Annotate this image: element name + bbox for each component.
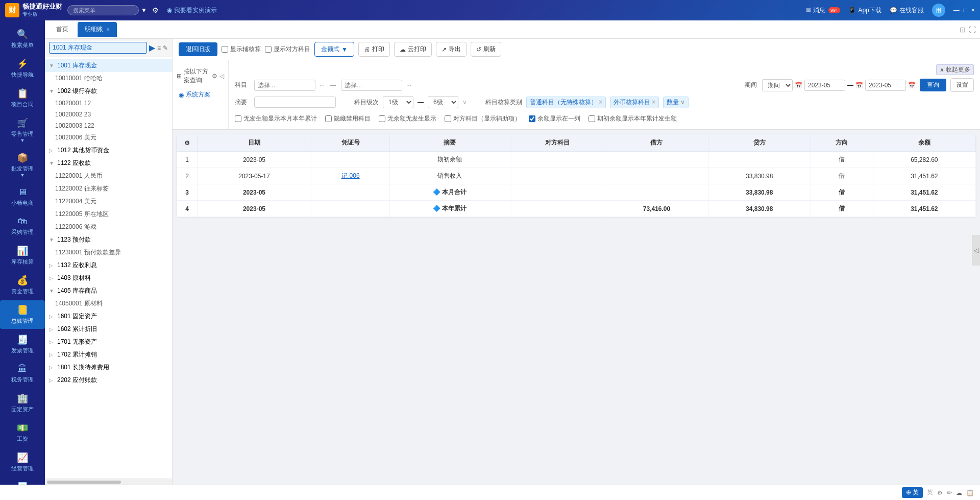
cloud-print-button[interactable]: ☁ 云打印	[394, 42, 432, 57]
category-tag-1[interactable]: 普通科目（无特殊核算） ×	[526, 97, 606, 108]
tree-node-1132[interactable]: ▷ 1132 应收利息	[45, 259, 172, 272]
balance-col-checkbox[interactable]	[529, 115, 535, 122]
tab-detail-ledger[interactable]: 明细账 ×	[78, 22, 117, 37]
sidebar-item-search[interactable]: 🔍 搜索菜单	[0, 25, 45, 53]
selected-account[interactable]: 1001 库存现金	[49, 42, 147, 54]
sidebar-item-operations[interactable]: 📈 经营管理	[0, 448, 45, 477]
tree-node-14050001[interactable]: 14050001 原材料	[45, 297, 172, 310]
tree-node-1001[interactable]: ▼ 1001 库存现金	[45, 59, 172, 72]
tree-node-11220005[interactable]: 11220005 所在地区	[45, 208, 172, 221]
collapse-filter-button[interactable]: ∧ 收起更多	[936, 64, 974, 75]
window-minimize-btn[interactable]: —	[953, 7, 960, 14]
tag-close-icon3[interactable]: ∨	[680, 99, 685, 106]
back-old-version-button[interactable]: 退回旧版	[179, 42, 217, 56]
print-button[interactable]: 🖨 打印	[358, 42, 390, 57]
sidebar-item-wholesale[interactable]: 📦 批发管理 ▼	[0, 148, 45, 182]
tree-node-1601[interactable]: ▷ 1601 固定资产	[45, 310, 172, 323]
sidebar-item-salary[interactable]: 💵 工资	[0, 418, 45, 447]
copy-bottom-icon[interactable]: 📋	[966, 489, 974, 496]
tree-node-1405[interactable]: ▼ 1405 库存商品	[45, 284, 172, 297]
tree-node-11220006[interactable]: 11220006 游戏	[45, 221, 172, 233]
sidebar-item-inventory[interactable]: 📊 库存核算	[0, 241, 45, 270]
level-from-select[interactable]: 1级	[383, 96, 413, 108]
no-amount-checkbox[interactable]	[235, 115, 241, 122]
refresh-button[interactable]: ↺ 刷新	[471, 42, 501, 57]
tree-node-1701[interactable]: ▷ 1701 无形资产	[45, 336, 172, 348]
lang-switch-button[interactable]: ⊕ 英	[902, 487, 923, 498]
show-aux-checkbox[interactable]	[222, 46, 228, 53]
sidebar-item-purchase[interactable]: 🛍 采购管理	[0, 212, 45, 240]
contra-checkbox[interactable]	[445, 115, 451, 122]
tree-node-11220002[interactable]: 11220002 往来标签	[45, 182, 172, 195]
search-dropdown-icon[interactable]: ▼	[141, 7, 147, 14]
col-settings[interactable]: ⚙	[177, 134, 198, 152]
table-settings-icon[interactable]: ⚙	[184, 139, 190, 147]
sidebar-item-tax[interactable]: 🏛 税务管理	[0, 360, 45, 388]
sidebar-item-expense[interactable]: 📃 小畅报销	[0, 478, 45, 485]
summary-input[interactable]	[254, 97, 336, 108]
tree-horizontal-scrollbar[interactable]	[45, 479, 172, 485]
message-button[interactable]: ✉ 消息 99+	[806, 6, 840, 15]
tab-close-icon[interactable]: ×	[106, 26, 110, 33]
tree-node-2202[interactable]: ▷ 2202 应付账款	[45, 374, 172, 387]
period-start-input[interactable]	[804, 80, 845, 91]
collapse-left-icon[interactable]: ◁	[219, 73, 224, 80]
tree-node-1012[interactable]: ▷ 1012 其他货币资金	[45, 144, 172, 157]
period-end-input[interactable]	[865, 80, 906, 91]
period-type-select[interactable]: 期间	[762, 79, 793, 91]
subject-input[interactable]	[254, 80, 315, 91]
tree-node-10010001[interactable]: 10010001 哈哈哈	[45, 72, 172, 85]
row-voucher[interactable]: 记-006	[311, 168, 389, 184]
opening-balance-checkbox[interactable]	[589, 115, 595, 122]
subject-to-input[interactable]	[341, 80, 402, 91]
settings-bottom-icon[interactable]: ⚙	[937, 489, 943, 496]
settings-gear-icon[interactable]: ⚙	[152, 6, 159, 14]
tree-node-1122[interactable]: ▼ 1122 应收款	[45, 157, 172, 170]
tree-node-10020006[interactable]: 10020006 美元	[45, 131, 172, 144]
cloud-bottom-icon[interactable]: ☁	[956, 489, 962, 496]
tag-close-icon[interactable]: ×	[599, 99, 602, 106]
sidebar-item-ledger[interactable]: 📒 总账管理	[0, 300, 45, 329]
format-button[interactable]: 金额式 ▼	[314, 42, 354, 57]
edit-icon[interactable]: ✎	[163, 44, 168, 52]
right-panel-toggle[interactable]: ◁	[972, 235, 980, 266]
tree-node-1403[interactable]: ▷ 1403 原材料	[45, 272, 172, 284]
quantity-tag[interactable]: 数量 ∨	[663, 97, 689, 108]
sidebar-item-quicknav[interactable]: ⚡ 快捷导航	[0, 54, 45, 83]
tree-node-10020003[interactable]: 10020003 122	[45, 120, 172, 131]
no-balance-checkbox[interactable]	[379, 115, 385, 122]
sidebar-item-finance[interactable]: 💰 资金管理	[0, 271, 45, 299]
tree-node-11220004[interactable]: 11220004 美元	[45, 195, 172, 208]
edit-bottom-icon[interactable]: ✏	[947, 489, 952, 496]
show-contra-checkbox[interactable]	[265, 46, 272, 53]
system-scheme-item[interactable]: ◉ 系统方案	[173, 88, 228, 102]
sidebar-item-assets[interactable]: 🏢 固定资产	[0, 389, 45, 417]
window-restore-icon[interactable]: ⊡	[960, 26, 966, 34]
settings-icon[interactable]: ⚙	[212, 73, 217, 80]
query-button[interactable]: 查询	[920, 79, 946, 91]
sidebar-item-invoice[interactable]: 🧾 发票管理	[0, 330, 45, 359]
app-download-button[interactable]: 📱 App下载	[848, 6, 881, 15]
tree-node-1002[interactable]: ▼ 1002 银行存款	[45, 85, 172, 98]
category-tag-2[interactable]: 外币核算科目 ×	[610, 97, 659, 108]
export-button[interactable]: ↗ 导出	[436, 42, 467, 57]
tag-close-icon2[interactable]: ×	[652, 99, 655, 106]
sidebar-item-project[interactable]: 📋 项目合同	[0, 84, 45, 112]
tree-node-11230001[interactable]: 11230001 预付款款差异	[45, 246, 172, 259]
global-search-input[interactable]	[67, 5, 139, 15]
tree-node-1801[interactable]: ▷ 1801 长期待摊费用	[45, 361, 172, 374]
tab-home[interactable]: 首页	[49, 22, 76, 37]
window-maximize-btn[interactable]: □	[964, 7, 967, 14]
account-nav-icon[interactable]: ▶	[149, 43, 155, 53]
user-avatar[interactable]: 用	[932, 4, 945, 17]
tree-node-1123[interactable]: ▼ 1123 预付款	[45, 233, 172, 246]
tree-node-1602[interactable]: ▷ 1602 累计折旧	[45, 323, 172, 336]
sidebar-item-retail[interactable]: 🛒 零售管理 ▼	[0, 113, 45, 147]
hide-disabled-checkbox[interactable]	[325, 115, 332, 122]
sort-icon[interactable]: ≡	[157, 44, 161, 52]
window-fullscreen-icon[interactable]: ⛶	[969, 26, 976, 34]
window-close-btn[interactable]: ×	[971, 7, 975, 14]
tree-node-10020001[interactable]: 10020001 12	[45, 98, 172, 109]
tree-node-11220001[interactable]: 11220001 人民币	[45, 170, 172, 182]
demo-link[interactable]: ◉ 我要看实例演示	[167, 6, 217, 15]
